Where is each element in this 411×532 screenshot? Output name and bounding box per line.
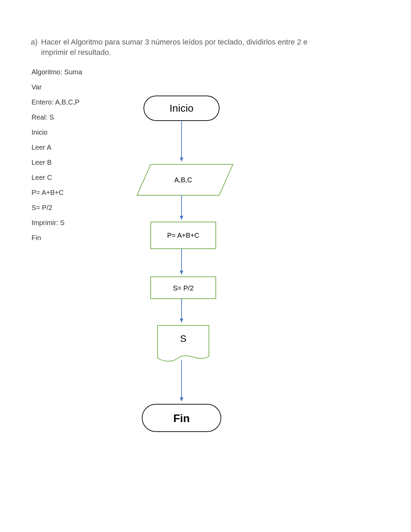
flow-process-1: P= A+B+C (151, 222, 216, 249)
pseudo-line: Var (32, 79, 82, 95)
pseudo-line: Leer C (32, 170, 82, 185)
flowchart-svg: Inicio A,B,C P= A+B+C S= P/2 (130, 92, 295, 456)
flow-start: Inicio (144, 96, 219, 121)
flow-end: Fin (142, 404, 221, 432)
pseudo-line: Imprimir: S (32, 215, 82, 230)
question-marker: a) (31, 37, 38, 47)
flow-start-label: Inicio (170, 102, 194, 114)
pseudo-line: Inicio (32, 125, 82, 140)
flow-output: S (158, 325, 209, 361)
pseudocode-block: Algoritmo: Suma Var Entero: A,B,C,P Real… (32, 64, 82, 245)
flow-output-label: S (180, 333, 187, 344)
flow-input-label: A,B,C (174, 176, 192, 184)
flow-process-2-label: S= P/2 (173, 284, 194, 292)
flow-input: A,B,C (137, 164, 233, 195)
pseudo-line: P= A+B+C (32, 185, 82, 200)
pseudo-line: Fin (32, 230, 82, 245)
flow-process-1-label: P= A+B+C (167, 232, 199, 239)
flowchart: Inicio A,B,C P= A+B+C S= P/2 (130, 92, 295, 456)
pseudo-line: Real: S (32, 110, 82, 125)
pseudo-line: Leer A (32, 140, 82, 155)
question-body: Hacer el Algoritmo para sumar 3 números … (41, 38, 308, 57)
page: a) Hacer el Algoritmo para sumar 3 númer… (0, 0, 411, 532)
flow-end-label: Fin (173, 412, 190, 424)
pseudo-line: Entero: A,B,C,P (32, 95, 82, 110)
flow-process-2: S= P/2 (151, 277, 216, 299)
pseudo-line: Algoritmo: Suma (32, 64, 82, 79)
question-text: a) Hacer el Algoritmo para sumar 3 númer… (41, 37, 322, 57)
pseudo-line: Leer B (32, 155, 82, 170)
pseudo-line: S= P/2 (32, 200, 82, 215)
